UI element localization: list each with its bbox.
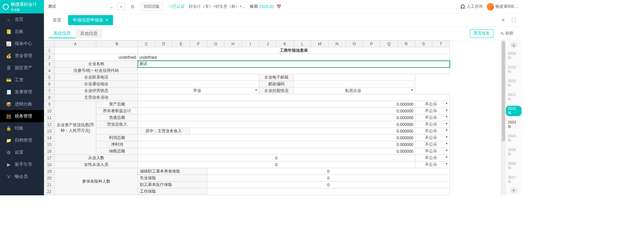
row-header[interactable]: 2 xyxy=(44,54,55,61)
publicity-dropdown[interactable]: 不公示 xyxy=(415,101,450,108)
publicity-dropdown[interactable]: 不公示 xyxy=(415,121,450,128)
col-header[interactable]: E xyxy=(172,41,190,47)
sidebar: 畅捷通好会计 专业版 ⌂首页📒总账📈报表中心💰资金管理🗄固定资产💳工资🧾发票管理… xyxy=(0,0,44,195)
year-2022年[interactable]: 2022年 xyxy=(506,106,522,116)
sidebar-item-10[interactable]: 📁归档管理 xyxy=(0,134,44,146)
row-header[interactable]: 11 xyxy=(44,114,55,121)
certified-badge[interactable]: 🛡 已认证 xyxy=(169,4,185,9)
row-header[interactable]: 20 xyxy=(44,175,55,182)
brand-logo[interactable]: 畅捷通好会计 专业版 xyxy=(0,0,44,13)
refresh-button[interactable]: ↻ 刷新 xyxy=(497,29,517,38)
gear-icon[interactable]: ⚙ xyxy=(128,3,137,11)
row-header[interactable]: 5 xyxy=(44,74,55,81)
vertical-scrollbar[interactable] xyxy=(501,40,505,195)
holding-dropdown[interactable]: 私营企业 xyxy=(293,88,415,94)
col-header[interactable]: B xyxy=(96,41,138,47)
period-dropdown[interactable]: 2023-02 📅 xyxy=(259,4,281,9)
row-header[interactable]: 15 xyxy=(44,141,55,148)
fullscreen-icon[interactable]: ⛶ xyxy=(510,16,518,24)
row-header[interactable]: 22 xyxy=(44,188,55,195)
company-dropdown[interactable]: 测试 ⌄ xyxy=(48,4,114,9)
reset-report-button[interactable]: 重置报表 xyxy=(470,29,493,38)
row-header[interactable]: 6 xyxy=(44,81,55,88)
publicity-dropdown[interactable]: 不公示 xyxy=(415,161,450,168)
sidebar-item-9[interactable]: 🔒结账 xyxy=(0,122,44,134)
publicity-dropdown[interactable]: 不公示 xyxy=(415,141,450,148)
page-tab-1[interactable]: 年报信息申报表✕ xyxy=(68,15,113,25)
status-dropdown[interactable]: 开业 xyxy=(138,88,259,94)
sidebar-item-11[interactable]: ⚙设置 xyxy=(0,146,44,158)
sidebar-item-5[interactable]: 💳工资 xyxy=(0,74,44,86)
row-header[interactable]: 9 xyxy=(44,101,55,108)
sidebar-item-2[interactable]: 📈报表中心 xyxy=(0,38,44,50)
page-tab-0[interactable]: 首页 xyxy=(48,15,66,25)
year-scroll-down[interactable]: ▼ xyxy=(511,188,517,193)
sidebar-item-3[interactable]: 💰资金管理 xyxy=(0,50,44,62)
sheet-title: 工商年报信息表 xyxy=(138,47,450,54)
col-header[interactable]: K xyxy=(276,41,294,47)
publicity-dropdown[interactable]: 不公示 xyxy=(415,114,450,121)
col-header[interactable]: I xyxy=(241,41,259,47)
col-header[interactable]: O xyxy=(345,41,363,47)
row-header[interactable]: 12 xyxy=(44,121,55,128)
switch-old-button[interactable]: 切回旧版 xyxy=(141,3,163,11)
col-header[interactable]: T xyxy=(432,41,450,47)
publicity-dropdown[interactable]: 不公示 xyxy=(415,155,450,161)
close-all-tabs-button[interactable]: ✕ xyxy=(499,16,507,24)
row-header[interactable]: 18 xyxy=(44,161,55,168)
sidebar-item-0[interactable]: ⌂首页 xyxy=(0,13,44,26)
row-header[interactable]: 14 xyxy=(44,135,55,141)
col-header[interactable]: D xyxy=(155,41,172,47)
row-header[interactable]: 7 xyxy=(44,88,55,94)
sidebar-item-7[interactable]: 📦进销台账 xyxy=(0,98,44,110)
publicity-dropdown[interactable]: 不公示 xyxy=(415,128,450,135)
sidebar-item-8[interactable]: 🧮税务管理 xyxy=(0,110,44,122)
col-header[interactable]: S xyxy=(415,41,432,47)
sidebar-item-1[interactable]: 📒总账 xyxy=(0,26,44,38)
row-header[interactable]: 19 xyxy=(44,168,55,175)
col-header[interactable]: H xyxy=(224,41,242,47)
subtab-1[interactable]: 其他信息 xyxy=(75,29,102,38)
user-menu[interactable]: 畅捷通B组... xyxy=(487,3,518,10)
row-header[interactable]: 17 xyxy=(44,155,55,161)
publicity-dropdown[interactable]: 不公示 xyxy=(415,148,450,155)
col-header[interactable]: C xyxy=(138,41,155,47)
spreadsheet[interactable]: ABCDEFGHIJKLMNOPQRST1工商年报信息表2undefinedun… xyxy=(44,40,501,195)
tax-period-label: undefined xyxy=(55,54,138,61)
col-header[interactable] xyxy=(44,41,55,47)
row-header[interactable]: 10 xyxy=(44,108,55,114)
row-header[interactable]: 4 xyxy=(44,67,55,74)
publicity-dropdown[interactable]: 不公示 xyxy=(415,135,450,141)
col-header[interactable]: P xyxy=(363,41,380,47)
sidebar-item-4[interactable]: 🗄固定资产 xyxy=(0,62,44,74)
year-scroll-up[interactable]: ▲ xyxy=(511,42,517,48)
col-header[interactable]: G xyxy=(207,41,224,47)
col-header[interactable]: N xyxy=(328,41,346,47)
col-header[interactable]: R xyxy=(397,41,415,47)
row-header[interactable]: 3 xyxy=(44,61,55,67)
publicity-dropdown[interactable]: 不公示 xyxy=(415,108,450,114)
subtab-0[interactable]: 基础信息 xyxy=(49,29,75,38)
col-header[interactable]: Q xyxy=(380,41,398,47)
shield-icon: 🛡 xyxy=(169,4,173,9)
col-header[interactable]: F xyxy=(190,41,207,47)
company-name-cell[interactable]: 测试 xyxy=(138,61,450,67)
col-header[interactable]: L xyxy=(293,41,311,47)
col-header[interactable]: M xyxy=(311,41,328,47)
year-2023年[interactable]: 2023年 xyxy=(506,119,522,130)
reg-number-cell[interactable] xyxy=(138,67,450,74)
cell-label: 企业名称 xyxy=(55,61,138,67)
row-header[interactable]: 13 xyxy=(44,128,55,135)
row-header[interactable]: 21 xyxy=(44,182,55,188)
sidebar-item-13[interactable]: V畅会员 xyxy=(0,171,44,183)
add-button[interactable]: + xyxy=(117,3,125,11)
sidebar-item-12[interactable]: ▶新手引导 xyxy=(0,158,44,171)
close-icon[interactable]: ✕ xyxy=(105,18,108,22)
support-link[interactable]: 🎧 人工咨询 xyxy=(460,4,483,9)
col-header[interactable]: J xyxy=(259,41,276,47)
row-header[interactable]: 8 xyxy=(44,94,55,101)
sidebar-item-6[interactable]: 🧾发票管理 xyxy=(0,86,44,98)
row-header[interactable]: 16 xyxy=(44,148,55,155)
col-header[interactable]: A xyxy=(55,41,96,47)
row-header[interactable]: 1 xyxy=(44,47,55,54)
